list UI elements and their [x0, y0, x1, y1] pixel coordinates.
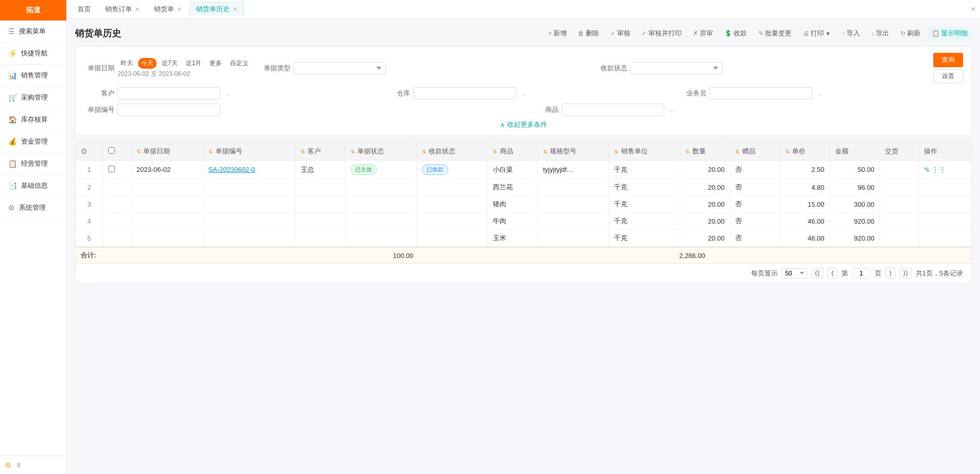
prev-page-button[interactable]: ⟨	[828, 268, 837, 279]
page-size-select[interactable]: 50 20 100 200	[782, 268, 807, 279]
cell-number[interactable]: SA-20230602-0	[203, 161, 295, 179]
tab-close-sales-history[interactable]: ✕	[233, 6, 237, 13]
col-payment-status[interactable]: ⇅ 收款状态	[416, 143, 488, 161]
import-button[interactable]: ↑ 导入	[838, 27, 864, 40]
audit-print-button[interactable]: ✓ 审核并打印	[638, 27, 686, 40]
cell-number[interactable]	[203, 196, 295, 213]
total-amount: 2,286.00	[664, 252, 716, 260]
doc-type-label: 单据类型	[260, 64, 291, 73]
cell-number[interactable]	[203, 179, 295, 196]
cell-index: 1	[75, 161, 103, 179]
doc-type-select[interactable]	[294, 62, 386, 74]
cell-unit: 千克	[609, 213, 680, 230]
query-button[interactable]: 查询	[933, 53, 963, 67]
today-shortcut[interactable]: 今天	[138, 58, 157, 69]
doc-number-input[interactable]	[118, 104, 220, 116]
new-button[interactable]: + 新增	[544, 27, 571, 40]
col-goods[interactable]: ⇅ 商品	[488, 143, 537, 161]
sidebar-item-quick-nav[interactable]: ⚡ 快捷导航	[0, 43, 66, 65]
last-page-button[interactable]: ⟩⟩	[899, 268, 912, 279]
delete-button[interactable]: 🗑 删除	[574, 27, 603, 40]
tabs-bar: 首页 销售订单 ✕ 销货单 ✕ 销货单历史 ✕ ✕	[67, 0, 980, 18]
sidebar-item-base-info[interactable]: 📑 基础信息	[0, 175, 66, 197]
tab-close-sales-goods[interactable]: ✕	[177, 6, 182, 13]
sidebar-item-inventory[interactable]: 🏠 库存核算	[0, 109, 66, 131]
goods-ellipsis[interactable]: ...	[667, 105, 677, 114]
date-label: 单据日期	[84, 64, 114, 73]
settings-button[interactable]: 设置	[933, 69, 963, 83]
settings-icon[interactable]: ⚙	[5, 461, 11, 469]
print-button[interactable]: 🖨 打印 ▼	[799, 27, 835, 40]
warehouse-input[interactable]	[413, 87, 516, 100]
sidebar-item-operation-mgmt[interactable]: 📋 经营管理	[0, 153, 66, 175]
page-input[interactable]	[852, 268, 871, 279]
payment-status-select[interactable]	[630, 62, 723, 74]
select-all-checkbox[interactable]	[108, 147, 115, 154]
row-checkbox[interactable]	[108, 166, 115, 172]
col-doc-status[interactable]: ⇅ 单据状态	[345, 143, 416, 161]
col-customer[interactable]: ⇅ 客户	[295, 143, 345, 161]
collect-button[interactable]: 💲 收款	[720, 27, 751, 40]
batch-change-button[interactable]: ✎ 批量变更	[754, 27, 796, 40]
customer-input[interactable]	[118, 87, 220, 100]
col-price[interactable]: ⇅ 单价	[780, 143, 830, 161]
col-number[interactable]: ⇅ 单据编号	[203, 143, 295, 161]
cell-action: ✎ ⋮⋮	[918, 161, 971, 179]
summary-label: 合计:	[81, 251, 122, 260]
filter-date-field: 单据日期 昨天 今天 近7天 近1月 更多 自定义 2023-06-02 至 2…	[84, 58, 252, 78]
cell-number[interactable]	[203, 230, 295, 247]
sidebar-item-search-menu[interactable]: ☰ 搜索菜单	[0, 21, 66, 43]
sidebar-item-finance-mgmt[interactable]: 💰 资金管理	[0, 131, 66, 153]
tabs-close-all[interactable]: ✕	[971, 6, 976, 13]
first-page-button[interactable]: ⟨⟨	[811, 268, 823, 279]
cell-number[interactable]	[203, 213, 295, 230]
tab-sales-order[interactable]: 销售订单 ✕	[99, 2, 146, 16]
tab-home[interactable]: 首页	[71, 2, 98, 16]
export-button[interactable]: ↓ 导出	[867, 27, 893, 40]
col-quantity[interactable]: ⇅ 数量	[680, 143, 730, 161]
more-shortcut[interactable]: 更多	[206, 58, 225, 69]
next-page-button[interactable]: ⟩	[886, 268, 895, 279]
show-detail-button[interactable]: 📋 显示明细	[928, 27, 972, 40]
7days-shortcut[interactable]: 近7天	[159, 58, 181, 69]
filter-panel: 单据日期 昨天 今天 近7天 近1月 更多 自定义 2023-06-02 至 2…	[75, 46, 972, 136]
col-date[interactable]: ⇅ 单据日期	[131, 143, 203, 161]
col-spec[interactable]: ⇅ 规格型号	[537, 143, 609, 161]
cell-gift: 否	[730, 179, 780, 196]
abandon-button[interactable]: ✗ 弃审	[689, 27, 717, 40]
salesperson-ellipsis[interactable]: ...	[815, 89, 824, 98]
pagination: 每页显示 50 20 100 200 ⟨⟨ ⟨ 第 页 ⟩ ⟩⟩ 共1页，5条记…	[75, 263, 971, 283]
base-info-icon: 📑	[8, 182, 17, 190]
refresh-button[interactable]: ↻ 刷新	[896, 27, 925, 40]
sort-date-icon: ⇅	[137, 149, 141, 154]
sidebar-item-system-mgmt[interactable]: ⚙ 系统管理	[0, 197, 66, 219]
collapse-button[interactable]: ∧ 收起更多条件	[84, 120, 963, 129]
cell-checkbox	[103, 179, 131, 196]
custom-shortcut[interactable]: 自定义	[227, 58, 252, 69]
customer-ellipsis[interactable]: ...	[223, 89, 233, 98]
tab-sales-goods[interactable]: 销货单 ✕	[147, 2, 188, 16]
sort-quantity-icon: ⇅	[685, 149, 689, 154]
cell-amount: 920.00	[830, 213, 879, 230]
col-unit[interactable]: ⇅ 销售单位	[609, 143, 680, 161]
col-settings[interactable]: ⚙	[75, 143, 103, 161]
cell-customer	[295, 213, 345, 230]
table-settings-icon[interactable]: ⚙	[81, 147, 87, 155]
doc-number-link[interactable]: SA-20230602-0	[208, 166, 255, 173]
more-action-icon[interactable]: ⋮⋮	[932, 166, 946, 174]
edit-action-icon[interactable]: ✎	[924, 166, 930, 174]
tab-close-sales-order[interactable]: ✕	[135, 6, 140, 13]
goods-input[interactable]	[562, 104, 664, 116]
sidebar-logo: 拓道	[0, 0, 66, 21]
sidebar-item-sales-mgmt[interactable]: 📊 销售管理	[0, 65, 66, 87]
tab-sales-history[interactable]: 销货单历史 ✕	[189, 2, 244, 16]
collapse-icon[interactable]: ⏸	[15, 461, 22, 469]
salesperson-input[interactable]	[709, 87, 812, 100]
col-gift[interactable]: ⇅ 赠品	[730, 143, 780, 161]
sidebar-item-purchase-mgmt[interactable]: 🛒 采购管理	[0, 87, 66, 109]
yesterday-shortcut[interactable]: 昨天	[118, 58, 136, 69]
warehouse-ellipsis[interactable]: ...	[519, 89, 528, 98]
1month-shortcut[interactable]: 近1月	[183, 58, 205, 69]
cell-goods: 猪肉	[488, 196, 537, 213]
audit-button[interactable]: ✓ 审核	[606, 27, 635, 40]
